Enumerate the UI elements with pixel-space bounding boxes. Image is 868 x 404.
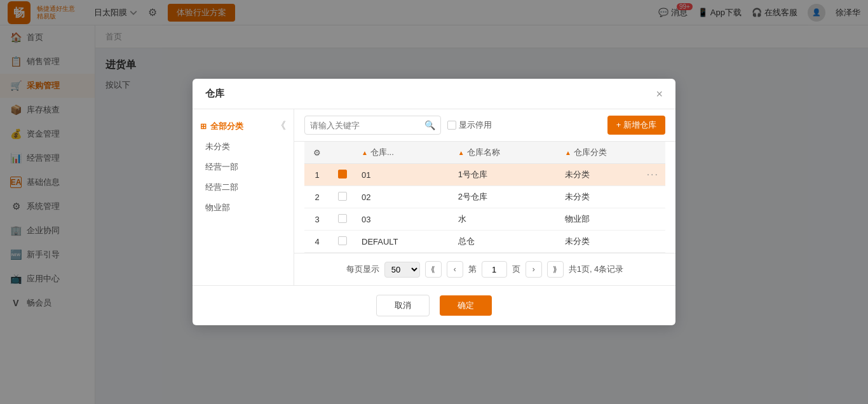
row-category: 物业部: [559, 208, 665, 230]
warehouse-list-panel: 🔍 显示停用 + 新增仓库 ⚙: [294, 109, 675, 285]
row-name: 水: [452, 208, 559, 231]
modal-body: ⊞ 全部分类 《 未分类 经营一部 经营二部 物业部 🔍: [193, 109, 675, 285]
row-checkbox[interactable]: [330, 186, 355, 208]
pagination: 每页显示 50 10 20 100 ⟪ ‹ 第 页 › ⟫ 共1页, 4条记录: [294, 253, 675, 285]
total-info: 共1页, 4条记录: [569, 264, 624, 275]
row-name: 2号仓库: [452, 186, 559, 208]
table-row[interactable]: 3 03 水 物业部: [304, 208, 665, 231]
col-check: [330, 142, 355, 164]
row-num: 4: [304, 231, 330, 253]
col-category-header[interactable]: ▲ 仓库分类: [559, 142, 665, 164]
row-num: 2: [304, 186, 330, 208]
row-code: DEFAULT: [355, 231, 452, 253]
category-panel-header: ⊞ 全部分类 《: [193, 116, 294, 137]
search-box: 🔍: [304, 116, 441, 135]
confirm-button[interactable]: 确定: [440, 295, 492, 316]
grid-icon: ⊞: [200, 122, 207, 131]
col-code-header[interactable]: ▲ 仓库...: [355, 142, 452, 164]
modal-overlay[interactable]: 仓库 × ⊞ 全部分类 《 未分类 经营一部 经营二部 物业部: [0, 0, 868, 404]
warehouse-modal: 仓库 × ⊞ 全部分类 《 未分类 经营一部 经营二部 物业部: [193, 79, 675, 325]
modal-header: 仓库 ×: [193, 79, 675, 109]
category-item-property[interactable]: 物业部: [193, 198, 294, 218]
sort-icon2: ▲: [458, 149, 465, 156]
warehouse-table: ⚙ ▲ 仓库... ▲: [304, 142, 665, 253]
category-item-unclassified[interactable]: 未分类: [193, 137, 294, 157]
row-num: 3: [304, 208, 330, 231]
search-button[interactable]: 🔍: [419, 120, 440, 130]
page-unit: 页: [512, 264, 520, 275]
category-item-ops1[interactable]: 经营一部: [193, 157, 294, 177]
per-page-select[interactable]: 50 10 20 100: [384, 262, 420, 278]
list-toolbar: 🔍 显示停用 + 新增仓库: [294, 109, 675, 142]
table-row[interactable]: 1 01 1号仓库 未分类 ···: [304, 164, 665, 186]
modal-close-button[interactable]: ×: [656, 88, 663, 100]
table-header-row: ⚙ ▲ 仓库... ▲: [304, 142, 665, 164]
warehouse-table-wrap: ⚙ ▲ 仓库... ▲: [294, 142, 675, 253]
table-row[interactable]: 4 DEFAULT 总仓 未分类: [304, 231, 665, 253]
collapse-button[interactable]: 《: [276, 119, 286, 133]
cancel-button[interactable]: 取消: [376, 295, 430, 316]
row-category: 未分类 ···: [559, 164, 665, 185]
row-code: 03: [355, 208, 452, 231]
row-num: 1: [304, 164, 330, 186]
row-name: 总仓: [452, 231, 559, 253]
col-gear: ⚙: [304, 142, 330, 164]
first-page-button[interactable]: ⟪: [425, 261, 442, 278]
row-category: 未分类: [559, 231, 665, 252]
last-page-button[interactable]: ⟫: [547, 261, 564, 278]
row-checkbox[interactable]: [330, 231, 355, 253]
sort-icon: ▲: [362, 149, 368, 156]
prev-page-button[interactable]: ‹: [447, 261, 463, 278]
row-code: 01: [355, 164, 452, 186]
show-disabled-checkbox[interactable]: [447, 121, 456, 130]
category-item-ops2[interactable]: 经营二部: [193, 177, 294, 198]
row-category: 未分类: [559, 186, 665, 208]
all-categories-button[interactable]: ⊞ 全部分类: [200, 121, 243, 132]
row-actions[interactable]: ···: [647, 169, 659, 180]
sort-icon3: ▲: [565, 149, 571, 156]
modal-title: 仓库: [205, 88, 224, 100]
col-name-header[interactable]: ▲ 仓库名称: [452, 142, 559, 164]
next-page-button[interactable]: ›: [526, 261, 542, 278]
page-number-input[interactable]: [482, 261, 507, 278]
page-label: 第: [468, 264, 477, 275]
add-warehouse-button[interactable]: + 新增仓库: [607, 116, 665, 135]
row-code: 02: [355, 186, 452, 208]
row-checkbox[interactable]: [330, 208, 355, 231]
category-panel: ⊞ 全部分类 《 未分类 经营一部 经营二部 物业部: [193, 109, 294, 285]
per-page-label: 每页显示: [346, 264, 379, 275]
table-row[interactable]: 2 02 2号仓库 未分类: [304, 186, 665, 208]
show-disabled-checkbox-label[interactable]: 显示停用: [447, 119, 492, 131]
modal-footer: 取消 确定: [193, 285, 675, 325]
row-checkbox[interactable]: [330, 164, 355, 186]
search-input[interactable]: [305, 121, 419, 130]
row-name: 1号仓库: [452, 164, 559, 186]
